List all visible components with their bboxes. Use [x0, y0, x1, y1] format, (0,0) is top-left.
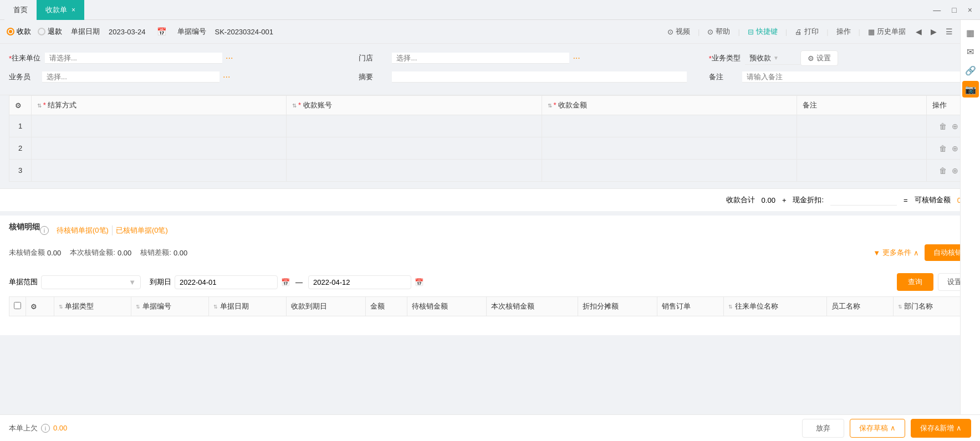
partner-more-btn[interactable]: ··· — [222, 53, 236, 63]
col-due-date: 收款到期日 — [291, 302, 327, 310]
sort-doc-type[interactable]: ⇅ — [59, 304, 63, 310]
verification-header: 核销明细 i 待核销单据(0笔) 已核销单据(0笔) — [9, 222, 971, 239]
due-date-end-input[interactable] — [308, 275, 411, 289]
row-amount-3[interactable] — [542, 160, 797, 182]
receipt-radio-circle — [7, 28, 14, 35]
receipt-refund-toggle: 收款 退款 — [7, 27, 62, 37]
bottom-table-wrapper: ⚙ ⇅ 单据类型 ⇅ 单据编号 ⇅ 单据日期 — [9, 296, 971, 316]
operations-btn[interactable]: 操作 — [833, 25, 854, 38]
tab-receipt[interactable]: 收款单 × — [37, 0, 84, 20]
th-current-amount: 本次核销金额 — [486, 297, 578, 316]
shortcut-icon: ⊟ — [748, 28, 754, 36]
row-remark-2[interactable] — [797, 137, 926, 160]
right-panel-mail-btn[interactable]: ✉ — [962, 43, 979, 60]
more-conditions-btn[interactable]: ▼ 更多条件 ∧ — [873, 248, 919, 258]
query-btn[interactable]: 查询 — [897, 273, 933, 291]
refund-radio[interactable]: 退款 — [38, 27, 62, 37]
memo-label: 摘要 — [359, 72, 392, 82]
range-label: 单据范围 — [9, 277, 38, 287]
sort-partner[interactable]: ⇅ — [728, 304, 733, 310]
tab-home[interactable]: 首页 — [4, 0, 37, 20]
receipt-table-wrapper: ⚙ ⇅ * 结算方式 ⇅ * 收款账号 ⇅ — [0, 95, 980, 188]
form-area: * 往来单位 ··· 门店 ··· * 业务类型 预收款 — [0, 44, 980, 95]
minimize-btn[interactable]: — — [930, 4, 944, 16]
sort-icon[interactable]: ⇅ — [37, 102, 43, 109]
due-date-start-input[interactable] — [175, 275, 278, 289]
remark-input[interactable] — [742, 71, 971, 83]
staff-input[interactable] — [42, 71, 220, 83]
th-doc-num: ⇅ 单据编号 — [131, 297, 209, 316]
draft-btn[interactable]: 保存草稿 ∧ — [850, 419, 905, 438]
biz-type-select[interactable]: 预收款 ▼ — [745, 52, 800, 65]
partner-input[interactable] — [45, 53, 222, 64]
calendar-end-icon[interactable]: 📅 — [415, 278, 423, 286]
col-doc-num: 单据编号 — [142, 302, 171, 310]
pending-tab[interactable]: 待核销单据(0笔) — [53, 225, 113, 235]
prev-info-icon[interactable]: i — [41, 424, 50, 433]
store-more-btn[interactable]: ··· — [569, 53, 583, 63]
copy-row-2-icon[interactable]: ⊕ — [952, 144, 958, 153]
print-btn[interactable]: 🖨 打印 — [792, 25, 822, 38]
receipt-radio[interactable]: 收款 — [7, 27, 31, 37]
right-panel-link-btn[interactable]: 🔗 — [962, 62, 979, 79]
video-btn[interactable]: ⊙ 视频 — [664, 25, 693, 38]
sort-icon-2[interactable]: ⇅ — [292, 102, 298, 109]
row-settlement-3[interactable] — [32, 160, 287, 182]
refund-radio-label: 退款 — [48, 27, 62, 37]
col-doc-type: 单据类型 — [65, 302, 94, 310]
store-input[interactable] — [392, 53, 569, 64]
copy-row-3-icon[interactable]: ⊕ — [952, 166, 958, 175]
sort-doc-num[interactable]: ⇅ — [136, 304, 140, 310]
done-tab[interactable]: 已核销单据(0笔) — [113, 225, 171, 235]
row-account-3[interactable] — [287, 160, 542, 182]
row-account-1[interactable] — [287, 115, 542, 137]
staff-more-btn[interactable]: ··· — [220, 72, 233, 82]
col-account-label: 收款账号 — [303, 101, 332, 109]
help-btn[interactable]: ⊙ 帮助 — [704, 25, 733, 38]
arrow-left-icon[interactable]: ◀ — [913, 26, 924, 37]
stats-row: 未核销金额 0.00 本次核销金额: 0.00 核销差额: 0.00 ▼ 更多条… — [9, 244, 971, 261]
select-all-checkbox[interactable] — [14, 302, 21, 309]
store-field: 门店 ··· — [359, 53, 686, 64]
plus-sign: + — [782, 196, 787, 204]
delete-row-1-icon[interactable]: 🗑 — [939, 122, 947, 131]
row-settlement-2[interactable] — [32, 137, 287, 160]
delete-row-3-icon[interactable]: 🗑 — [939, 166, 947, 175]
calendar-icon[interactable]: 📅 — [155, 26, 169, 37]
save-btn[interactable]: 保存&新增 ∧ — [911, 419, 971, 438]
row-amount-1[interactable] — [542, 115, 797, 137]
diff-label: 核销差额: — [140, 248, 171, 258]
sort-doc-date[interactable]: ⇅ — [213, 304, 218, 310]
arrow-right-icon[interactable]: ▶ — [928, 26, 939, 37]
settings-btn[interactable]: ⚙ 设置 — [800, 50, 838, 66]
discount-input[interactable] — [830, 194, 897, 206]
copy-row-1-icon[interactable]: ⊕ — [952, 122, 958, 131]
th-checkbox[interactable] — [9, 297, 26, 316]
video-icon: ⊙ — [667, 28, 673, 36]
refund-radio-circle — [38, 28, 45, 35]
filter-icon: ▼ — [873, 249, 880, 257]
maximize-btn[interactable]: □ — [948, 4, 959, 16]
sort-dept[interactable]: ⇅ — [898, 304, 902, 310]
right-panel-camera-btn[interactable]: 📷 — [962, 81, 979, 98]
th-gear-bottom[interactable]: ⚙ — [26, 297, 54, 316]
delete-row-2-icon[interactable]: 🗑 — [939, 144, 947, 153]
row-amount-2[interactable] — [542, 137, 797, 160]
view-toggle-icon[interactable]: ☰ — [943, 26, 955, 37]
shortcut-btn[interactable]: ⊟ 快捷键 — [744, 25, 781, 38]
calendar-start-icon[interactable]: 📅 — [281, 278, 290, 286]
range-select[interactable]: ▼ — [41, 275, 141, 289]
row-settlement-1[interactable] — [32, 115, 287, 137]
memo-input[interactable] — [392, 71, 686, 83]
row-account-2[interactable] — [287, 137, 542, 160]
sort-icon-3[interactable]: ⇅ — [548, 102, 554, 109]
row-remark-1[interactable] — [797, 115, 926, 137]
tab-close-icon[interactable]: × — [72, 6, 75, 14]
info-icon[interactable]: i — [40, 226, 49, 235]
th-gear[interactable]: ⚙ — [9, 96, 32, 115]
history-btn[interactable]: ▦ 历史单据 — [865, 25, 909, 38]
row-remark-3[interactable] — [797, 160, 926, 182]
abandon-btn[interactable]: 放弃 — [802, 419, 844, 438]
right-panel-table-btn[interactable]: ▦ — [962, 24, 979, 41]
close-btn[interactable]: × — [964, 4, 976, 16]
